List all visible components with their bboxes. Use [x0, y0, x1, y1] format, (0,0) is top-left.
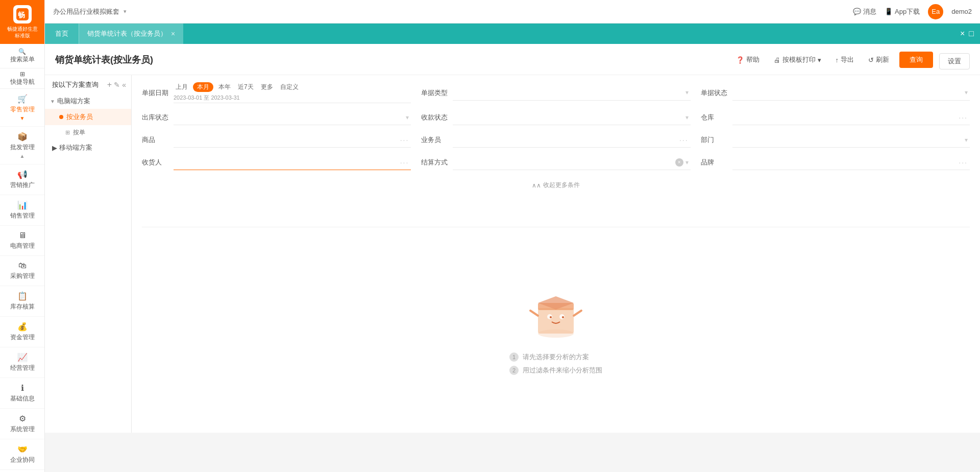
- pay-method-clear[interactable]: ×: [675, 158, 683, 167]
- sidebar-item-system[interactable]: ⚙ 系统管理: [0, 409, 44, 439]
- tip-text-1: 请先选择要分析的方案: [523, 352, 589, 362]
- sidebar-item-basic-info[interactable]: ℹ 基础信息: [0, 378, 44, 409]
- collapse-bar[interactable]: ∧∧ 收起更多条件: [142, 177, 970, 196]
- tab-minimize-icon[interactable]: ×: [960, 29, 965, 38]
- tip-text-2: 用过滤条件来缩小分析范围: [523, 366, 602, 375]
- brand-label: 品牌: [701, 158, 728, 167]
- sidebar-item-retail[interactable]: 🛒 零售管理 ▼: [0, 89, 44, 127]
- mobile-group-label: 移动端方案: [59, 143, 92, 152]
- sidebar-item-guide[interactable]: 🎯 新手引导: [0, 470, 44, 472]
- tab-close-icon[interactable]: ×: [171, 30, 175, 38]
- print-button[interactable]: 🖨 按模板打印 ▾: [770, 53, 825, 66]
- pay-method-control[interactable]: × ▾: [453, 155, 690, 170]
- search-label: 搜索菜单: [0, 55, 44, 64]
- date-tab-last-month[interactable]: 上月: [174, 82, 190, 92]
- empty-tip-1: 1 请先选择要分析的方案: [509, 352, 602, 362]
- doc-type-label: 单据类型: [421, 88, 449, 98]
- dept-arrow: ▾: [965, 136, 968, 144]
- doc-status-control[interactable]: ▾: [732, 85, 970, 101]
- scheme-edit-icon[interactable]: ✎: [114, 81, 120, 89]
- settings-button[interactable]: 设置: [939, 53, 970, 69]
- staff-control[interactable]: ···: [453, 132, 690, 148]
- sidebar-item-wholesale[interactable]: 📦 批发管理 ▲: [0, 127, 44, 164]
- sidebar-search[interactable]: 🔍 搜索菜单: [0, 44, 44, 68]
- retail-icon: 🛒: [17, 94, 28, 104]
- sidebar-logo[interactable]: 畅 畅捷通好生意 标准版: [0, 0, 44, 44]
- tab-bar: 首页 销货单统计表（按业务员） × × □: [45, 23, 980, 44]
- refresh-button[interactable]: ↺ 刷新: [864, 53, 893, 66]
- sidebar-item-purchase[interactable]: 🛍 采购管理: [0, 256, 44, 286]
- sidebar-item-business[interactable]: 📈 经营管理: [0, 347, 44, 378]
- collect-status-control[interactable]: ▾: [453, 110, 690, 125]
- date-tab-more[interactable]: 更多: [259, 82, 275, 92]
- logo-text: 畅捷通好生意 标准版: [7, 26, 38, 39]
- dept-control[interactable]: ▾: [732, 132, 970, 148]
- user-avatar[interactable]: Ea: [928, 4, 943, 19]
- collapse-label: 收起更多条件: [543, 181, 580, 190]
- help-icon: ❓: [736, 56, 744, 64]
- sidebar-item-collab[interactable]: 🤝 企业协同: [0, 439, 44, 470]
- warehouse-dots: ···: [959, 113, 968, 122]
- page-title: 销货单统计表(按业务员): [55, 54, 153, 66]
- sidebar-item-inventory[interactable]: 📋 库存核算: [0, 286, 44, 317]
- workspace-dropdown-icon[interactable]: ▾: [124, 8, 127, 15]
- out-status-control[interactable]: ▾: [174, 110, 411, 125]
- message-icon: 💬: [853, 8, 861, 15]
- filter-row-2: 出库状态 ▾ 收款状态 ▾: [142, 109, 970, 126]
- date-tab-last-7[interactable]: 近7天: [236, 82, 256, 92]
- page-title-bar: 销货单统计表(按业务员) ❓ 帮助 🖨 按模板打印 ▾ ↑ 导出: [45, 44, 980, 75]
- pc-group-label: 电脑端方案: [57, 97, 90, 106]
- warehouse-control[interactable]: ···: [732, 110, 970, 125]
- sidebar-item-finance[interactable]: 💰 资金管理: [0, 317, 44, 347]
- doc-type-control[interactable]: ▾: [453, 85, 690, 101]
- help-button[interactable]: ❓ 帮助: [732, 53, 764, 66]
- tab-home[interactable]: 首页: [45, 23, 79, 44]
- filter-row-3: 商品 ··· 业务员 ···: [142, 132, 970, 148]
- avatar-initials: Ea: [932, 8, 940, 15]
- receiver-control[interactable]: ···: [174, 155, 411, 170]
- search-icon: 🔍: [0, 48, 44, 55]
- refresh-icon: ↺: [868, 56, 874, 64]
- purchase-label: 采购管理: [10, 272, 35, 280]
- tab-sales-stat-label: 销货单统计表（按业务员）: [87, 29, 167, 38]
- export-button[interactable]: ↑ 导出: [831, 53, 859, 66]
- goods-control[interactable]: ···: [174, 132, 411, 148]
- logo-icon: 畅: [13, 5, 32, 23]
- pc-group-arrow: ▼: [50, 99, 55, 104]
- date-tab-this-month[interactable]: 本月: [193, 82, 213, 92]
- svg-point-8: [550, 316, 552, 318]
- ecommerce-icon: 🖥: [18, 231, 27, 240]
- tab-maximize-icon[interactable]: □: [969, 29, 974, 38]
- pay-method-label: 结算方式: [421, 158, 449, 167]
- main-panel: 销货单统计表(按业务员) ❓ 帮助 🖨 按模板打印 ▾ ↑ 导出: [45, 44, 980, 433]
- tab-sales-stat[interactable]: 销货单统计表（按业务员） ×: [79, 23, 183, 44]
- filter-doc-type: 单据类型 ▾: [421, 85, 690, 101]
- scheme-add-icon[interactable]: +: [107, 80, 112, 89]
- page-content: 销货单统计表(按业务员) ❓ 帮助 🖨 按模板打印 ▾ ↑ 导出: [45, 44, 980, 472]
- filter-dept: 部门 ▾: [701, 132, 970, 148]
- scheme-sub-by-order[interactable]: ⊞ 按单: [45, 125, 131, 140]
- app-download-button[interactable]: 📱 App下载: [885, 7, 920, 16]
- wholesale-icon: 📦: [17, 132, 28, 141]
- scheme-item-by-staff[interactable]: 按业务员: [45, 109, 131, 125]
- sidebar-item-sales[interactable]: 📊 销售管理: [0, 195, 44, 226]
- app-download-label: App下载: [895, 7, 920, 16]
- collect-status-arrow: ▾: [685, 114, 689, 121]
- warehouse-label: 仓库: [701, 113, 728, 122]
- sidebar-quick-nav[interactable]: ⊞ 快捷导航: [0, 68, 44, 89]
- date-tab-this-year[interactable]: 本年: [216, 82, 233, 92]
- date-tab-custom[interactable]: 自定义: [278, 82, 301, 92]
- basic-info-label: 基础信息: [10, 394, 35, 403]
- brand-control[interactable]: ···: [732, 155, 970, 170]
- sidebar-item-marketing[interactable]: 📢 营销推广: [0, 164, 44, 195]
- staff-label: 业务员: [421, 135, 449, 145]
- scheme-collapse-icon[interactable]: «: [122, 81, 126, 89]
- scheme-mobile-group-header[interactable]: ▶ 移动端方案: [45, 140, 131, 155]
- query-button[interactable]: 查询: [899, 52, 933, 68]
- scheme-pc-group-header[interactable]: ▼ 电脑端方案: [45, 93, 131, 109]
- date-range-value[interactable]: 2023-03-01 至 2023-03-31: [174, 94, 411, 103]
- main-area: 办公用品行业模拟账套 ▾ 💬 消息 📱 App下载 Ea demo2 首页 销货…: [45, 0, 980, 472]
- message-button[interactable]: 💬 消息: [853, 7, 876, 16]
- sidebar-item-ecommerce[interactable]: 🖥 电商管理: [0, 226, 44, 256]
- date-filter-control: 上月 本月 本年 近7天 更多 自定义 2023-03-01 至 2023-03…: [174, 82, 411, 103]
